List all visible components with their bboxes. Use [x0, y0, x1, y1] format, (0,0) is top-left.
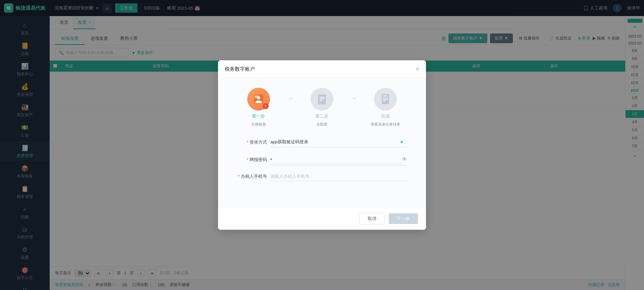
- select-dropdown-icon: ▼: [399, 140, 404, 145]
- toggle-password-icon[interactable]: 👁: [402, 156, 407, 162]
- modal-overlay: 税务数字账户 × !: [0, 0, 644, 290]
- password-input[interactable]: [270, 155, 402, 164]
- login-method-select[interactable]: app获取验证码登录 ▼: [270, 137, 407, 147]
- step1-error-badge: !: [263, 103, 269, 109]
- tax-digital-modal: 税务数字账户 × !: [218, 60, 426, 230]
- step-1: ! 第一步 完善账密: [230, 88, 287, 127]
- step3-icon-wrap: [374, 88, 397, 111]
- step-2: 第二步 去取票: [293, 88, 350, 127]
- next-button[interactable]: 下一步: [389, 213, 418, 224]
- step3-icon: [379, 93, 391, 105]
- step1-desc: 完善账密: [251, 122, 266, 127]
- modal-header: 税务数字账户 ×: [218, 60, 426, 78]
- svg-rect-5: [318, 94, 326, 104]
- svg-rect-10: [383, 95, 387, 96]
- phone-input[interactable]: [270, 172, 407, 181]
- modal-body: ! 第一步 完善账密 → 第: [218, 78, 426, 207]
- login-method-row: * 登录方式 app获取验证码登录 ▼: [237, 137, 407, 147]
- step2-desc: 去取票: [316, 122, 327, 127]
- password-row: * 网报密码 👁: [237, 153, 407, 166]
- password-label: * 网报密码: [237, 157, 267, 163]
- step-3: 完成 查看具体任务结果: [357, 88, 414, 127]
- step2-icon-wrap: [311, 88, 333, 111]
- step-arrow-1: →: [287, 88, 293, 102]
- svg-rect-2: [254, 95, 259, 98]
- step1-icon: [253, 93, 265, 105]
- modal-footer: 取消 下一步: [218, 207, 426, 230]
- step3-desc: 查看具体任务结果: [371, 122, 400, 127]
- spacer: [230, 187, 414, 201]
- modal-close-button[interactable]: ×: [416, 66, 419, 73]
- step1-icon-wrap: !: [247, 88, 270, 111]
- step3-label: 完成: [381, 113, 390, 119]
- cancel-button[interactable]: 取消: [359, 213, 385, 224]
- password-input-group: 👁: [270, 153, 407, 166]
- phone-label: * 办税人手机号: [237, 173, 267, 179]
- phone-row: * 办税人手机号: [237, 172, 407, 181]
- step1-label: 第一步: [252, 113, 265, 119]
- modal-title: 税务数字账户: [225, 66, 255, 72]
- step2-icon: [316, 93, 328, 105]
- steps-container: ! 第一步 完善账密 → 第: [230, 88, 414, 127]
- form: * 登录方式 app获取验证码登录 ▼ * 网报密码: [230, 137, 414, 181]
- step-arrow-2: →: [351, 88, 357, 102]
- step2-label: 第二步: [315, 113, 328, 119]
- login-method-label: * 登录方式: [237, 139, 267, 145]
